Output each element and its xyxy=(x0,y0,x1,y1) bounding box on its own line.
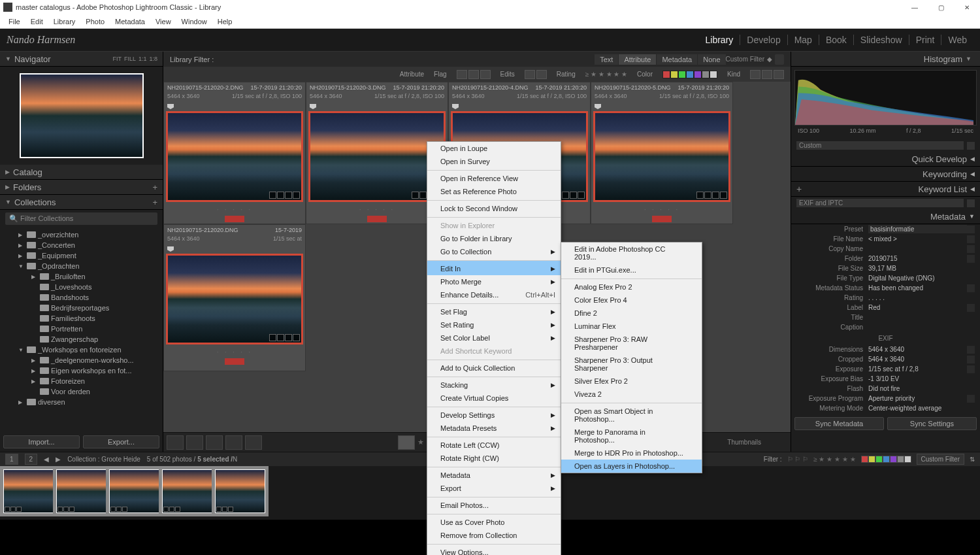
metadata-row[interactable]: Rating. . . . . xyxy=(791,293,980,303)
menu-help[interactable]: Help xyxy=(212,16,238,27)
collection-item[interactable]: ▶diversen xyxy=(0,397,163,407)
minimize-button[interactable]: — xyxy=(902,0,928,14)
loupe-view-icon[interactable] xyxy=(186,435,203,450)
sb-screen-2[interactable]: 2 xyxy=(25,454,38,465)
menu-item[interactable]: Open in Survey xyxy=(427,155,561,168)
export-button[interactable]: Export... xyxy=(83,435,159,448)
menu-item[interactable]: Rotate Left (CCW) xyxy=(427,437,561,452)
nav-mode[interactable]: FILL xyxy=(124,56,136,62)
sb-color[interactable] xyxy=(875,456,883,463)
collection-item[interactable]: ▶_overzichten xyxy=(0,229,163,240)
menu-item[interactable]: Create Virtual Copies xyxy=(427,392,561,405)
flag-toggle[interactable] xyxy=(398,435,415,450)
menu-item[interactable]: Open in Reference View xyxy=(427,170,561,185)
menu-item[interactable]: Metadata▶ xyxy=(427,467,561,482)
filter-none[interactable]: None xyxy=(698,54,725,65)
collection-item[interactable]: ▶_Concerten xyxy=(0,240,163,250)
menu-item[interactable]: Set Flag▶ xyxy=(427,303,561,318)
menu-item[interactable]: Edit in Adobe Photoshop CC 2019... xyxy=(561,243,702,263)
histogram-mode[interactable]: Custom xyxy=(796,141,964,150)
grid-cell[interactable]: NH20190715-212020-2.DNG15-7-2019 21:20:2… xyxy=(163,82,306,224)
menu-item[interactable]: Add to Quick Collection xyxy=(427,360,561,375)
menu-item[interactable]: Set Color Label▶ xyxy=(427,331,561,345)
grid-cell[interactable]: NH20190715-212020-5.DNG15-7-2019 21:20:2… xyxy=(591,82,733,224)
menu-library[interactable]: Library xyxy=(48,16,81,27)
sb-fwd[interactable]: ▶ xyxy=(56,456,61,463)
metadata-row[interactable]: Metering ModeCenter-weighted average xyxy=(791,403,980,413)
flag-pick[interactable] xyxy=(457,70,467,79)
menu-metadata[interactable]: Metadata xyxy=(110,16,150,27)
color-filter[interactable] xyxy=(670,71,678,78)
survey-view-icon[interactable] xyxy=(225,435,242,450)
metadata-row[interactable]: Title xyxy=(791,312,980,322)
menu-item[interactable]: Sharpener Pro 3: RAW Presharpener xyxy=(561,333,702,354)
sb-color[interactable] xyxy=(897,456,904,463)
menu-edit[interactable]: Edit xyxy=(25,16,48,27)
people-view-icon[interactable] xyxy=(245,435,262,450)
filter-collections-input[interactable]: 🔍 Filter Collections xyxy=(5,212,157,225)
module-book[interactable]: Book xyxy=(819,35,854,45)
collection-item[interactable]: ▶_Bruiloften xyxy=(0,271,163,282)
metadata-set[interactable]: EXIF and IPTC xyxy=(796,199,964,207)
filter-attribute[interactable]: Attribute xyxy=(619,54,656,65)
menu-item[interactable]: Develop Settings▶ xyxy=(427,407,561,422)
menu-item[interactable]: Go to Folder in Library xyxy=(427,232,561,245)
metadata-row[interactable]: Metadata StatusHas been changed xyxy=(791,283,980,293)
menu-item[interactable]: Stacking▶ xyxy=(427,377,561,392)
quick-develop-header[interactable]: Quick Develop◀ xyxy=(791,152,980,167)
keywording-header[interactable]: Keywording◀ xyxy=(791,167,980,182)
collections-header[interactable]: ▼Collections+ xyxy=(0,195,163,210)
metadata-row[interactable]: Cropped5464 x 3640 xyxy=(791,354,980,364)
menu-item[interactable]: Merge to Panorama in Photoshop... xyxy=(561,426,702,446)
module-web[interactable]: Web xyxy=(941,35,973,45)
sb-filter-preset[interactable]: Custom Filter xyxy=(917,454,964,465)
nav-mode[interactable]: 1:1 xyxy=(139,56,147,62)
kind-3[interactable] xyxy=(774,70,784,79)
menu-item[interactable]: Use as Cover Photo xyxy=(427,514,561,529)
menu-item[interactable]: Metadata Presets▶ xyxy=(427,422,561,435)
menu-item[interactable]: Analog Efex Pro 2 xyxy=(561,278,702,294)
module-map[interactable]: Map xyxy=(788,35,819,45)
collection-item[interactable]: ▶_Equipment xyxy=(0,250,163,261)
menu-photo[interactable]: Photo xyxy=(80,16,110,27)
sb-color[interactable] xyxy=(883,456,890,463)
edits-1[interactable] xyxy=(525,70,535,79)
catalog-header[interactable]: ▶Catalog xyxy=(0,165,163,180)
collection-item[interactable]: Portretten xyxy=(0,324,163,334)
close-button[interactable]: ✕ xyxy=(954,0,980,14)
menu-item[interactable]: Dfine 2 xyxy=(561,307,702,320)
menu-item[interactable]: Lock to Second Window xyxy=(427,200,561,215)
module-print[interactable]: Print xyxy=(909,35,942,45)
color-filter[interactable] xyxy=(678,71,686,78)
menu-item[interactable]: Photo Merge▶ xyxy=(427,275,561,288)
menu-window[interactable]: Window xyxy=(176,16,212,27)
menu-view[interactable]: View xyxy=(150,16,176,27)
metadata-row[interactable]: Caption xyxy=(791,322,980,332)
sync-settings-button[interactable]: Sync Settings xyxy=(887,417,977,430)
collection-item[interactable]: Voor derden xyxy=(0,386,163,397)
metadata-row[interactable]: Exposure ProgramAperture priority xyxy=(791,394,980,403)
menu-item[interactable]: Luminar Flex xyxy=(561,320,702,333)
module-develop[interactable]: Develop xyxy=(740,35,787,45)
menu-item[interactable]: Sharpener Pro 3: Output Sharpener xyxy=(561,354,702,375)
collection-item[interactable]: _Loveshoots xyxy=(0,282,163,292)
metadata-row[interactable]: File Size39,17 MB xyxy=(791,263,980,273)
filmstrip-thumb[interactable] xyxy=(56,469,106,513)
histogram-header[interactable]: Histogram▼ xyxy=(791,52,980,67)
collection-item[interactable]: Familieshoots xyxy=(0,313,163,324)
menu-item[interactable]: Viveza 2 xyxy=(561,388,702,401)
maximize-button[interactable]: ▢ xyxy=(928,0,954,14)
filmstrip-thumb[interactable] xyxy=(215,469,265,513)
flag-unflag[interactable] xyxy=(468,70,479,79)
grid-cell[interactable]: NH20190715-212020.DNG15-7-2019 5464 x 36… xyxy=(163,224,306,371)
metadata-row[interactable]: Dimensions5464 x 3640 xyxy=(791,345,980,354)
kind-1[interactable] xyxy=(750,70,760,79)
color-filter[interactable] xyxy=(702,71,710,78)
sb-color[interactable] xyxy=(890,456,897,463)
sb-screen-1[interactable]: 1 xyxy=(5,454,18,465)
metadata-row[interactable]: Exposure1/15 sec at f / 2,8 xyxy=(791,364,980,374)
menu-item[interactable]: Open in Loupe xyxy=(427,142,561,155)
metadata-header[interactable]: Metadata▼ xyxy=(791,209,980,224)
thumbnail-size[interactable]: Thumbnails xyxy=(727,439,761,446)
sb-back[interactable]: ◀ xyxy=(44,456,49,463)
